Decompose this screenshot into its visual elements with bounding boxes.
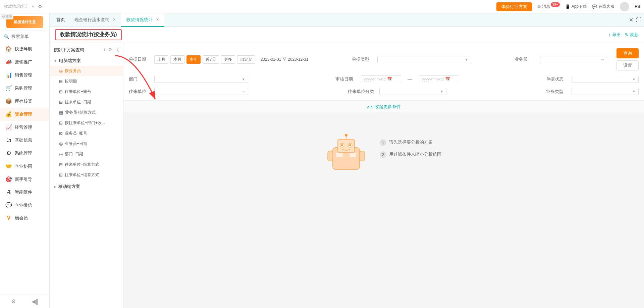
empty-tip-1: 1 请先选择要分析的方案: [380, 139, 441, 146]
app-download-icon: 📱: [565, 4, 570, 9]
sidebar-item-label: 资金管理: [15, 111, 32, 117]
sidebar-item-quick-nav[interactable]: 🏠 快捷导航: [0, 42, 49, 55]
trial-button[interactable]: 体验行业方案: [496, 2, 532, 11]
sidebar-item-search[interactable]: 🔍 搜索菜单: [0, 31, 49, 42]
sidebar-item-label: 营销推广: [15, 59, 32, 65]
scheme-item-partner-account[interactable]: ⊞ 往来单位+账号: [50, 87, 123, 97]
tab-receipt-stats[interactable]: 收款情况统计 ✕: [121, 13, 164, 27]
partner-date-icon: ⊞: [59, 100, 63, 105]
settings-button[interactable]: 设置: [616, 60, 639, 70]
scheme-item-salesman-date[interactable]: ◎ 业务员+日期: [50, 139, 123, 149]
date-recent7-btn[interactable]: 近7天: [203, 55, 219, 64]
review-date-from[interactable]: yyyy-mm-dd 📅: [361, 75, 401, 83]
sidebar-item-vip[interactable]: V 畅会员: [0, 212, 49, 224]
sidebar-item-marketing[interactable]: 📣 营销推广: [0, 55, 49, 68]
tip-text-1: 请先选择要分析的方案: [389, 139, 433, 145]
empty-tip-2: 2 用过滤条件来缩小分析范围: [380, 151, 441, 158]
add-scheme-icon[interactable]: +: [103, 47, 106, 53]
avatar[interactable]: [620, 2, 629, 11]
top-header: 收款情况统计 ▼ ⚙ 体验行业方案 ✉ 消息 99+ 📱 App下载 💬 在线客…: [0, 0, 644, 13]
refresh-icon: ↻: [625, 32, 629, 37]
sidebar-item-corp-collab[interactable]: 🤝 企业协同: [0, 160, 49, 173]
tab-maximize-icon[interactable]: ⛶: [636, 17, 641, 23]
scheme-collapse-icon[interactable]: 《: [114, 47, 119, 53]
date-prev-month-btn[interactable]: 上月: [154, 55, 168, 64]
scheme-group-desktop-title[interactable]: ▼ 电脑端方案: [50, 56, 123, 66]
date-custom-btn[interactable]: 自定义: [237, 55, 255, 64]
scheme-item-partner-dept-receipt[interactable]: ⊞ 按往来单位+部门+收...: [50, 118, 123, 128]
sidebar-item-beginner[interactable]: 🎯 新手引导: [0, 173, 49, 186]
refresh-button[interactable]: ↻ 刷新: [625, 32, 639, 38]
sidebar-item-corp-wechat[interactable]: 💬 企业微信: [0, 199, 49, 212]
left-panel-header: 按以下方案查询 + ⚙ 《: [50, 47, 123, 56]
biz-type-label: 业务类型: [546, 89, 566, 95]
scheme-item-salesman-settlement[interactable]: ▦ 业务员+结算方式: [50, 107, 123, 118]
partner-category-select[interactable]: ▼: [379, 88, 446, 95]
sidebar-settings-btn[interactable]: ⚙: [11, 298, 16, 305]
app-download-action[interactable]: 📱 App下载: [565, 4, 587, 9]
dept-select[interactable]: ▼: [154, 76, 248, 83]
partner-select[interactable]: ···: [154, 88, 248, 95]
scheme-item-partner-settlement2[interactable]: ⊞ 往来单位+结算方式: [50, 170, 123, 180]
messages-badge: 99+: [551, 2, 560, 7]
scheme-label: 往来单位+结算方式: [65, 172, 99, 178]
scheme-label: 往来单位+账号: [65, 89, 91, 95]
salesman-select[interactable]: ···: [540, 56, 607, 63]
sidebar-item-smart-hw[interactable]: 🖨 智能硬件: [0, 186, 49, 199]
scheme-label: 按业务员: [65, 68, 81, 74]
messages-label: 消息: [542, 4, 550, 9]
scheme-settings-icon[interactable]: ⚙: [108, 47, 112, 53]
scheme-item-dept-date[interactable]: ◎ 部门+日期: [50, 149, 123, 159]
doc-status-select[interactable]: ▼: [572, 76, 639, 83]
tip-text-2: 用过滤条件来缩小分析范围: [389, 151, 441, 157]
partner-account-icon: ⊞: [59, 89, 63, 94]
svg-rect-12: [360, 151, 365, 161]
biz-type-select[interactable]: ▼: [572, 88, 639, 95]
sidebar-item-base-info[interactable]: 🗂 基础信息: [0, 134, 49, 147]
scheme-item-by-detail[interactable]: ⊞ 按明细: [50, 76, 123, 87]
empty-tips: 1 请先选择要分析的方案 2 用过滤条件来缩小分析范围: [380, 133, 441, 158]
sidebar-item-purchase[interactable]: 🛒 采购管理: [0, 82, 49, 95]
marketing-icon: 📣: [5, 59, 12, 65]
scheme-item-by-salesman[interactable]: ◎ 按业务员: [50, 66, 123, 76]
breadcrumb: 收款情况统计: [4, 4, 28, 9]
sidebar-item-system[interactable]: ⚙ 系统管理: [0, 147, 49, 160]
sidebar-item-finance[interactable]: 💰 资金管理: [0, 108, 49, 121]
query-button[interactable]: 查询: [616, 48, 639, 58]
messages-action[interactable]: ✉ 消息 99+: [537, 4, 560, 9]
tab-receipt-stats-label: 收款情况统计: [126, 17, 153, 23]
date-more-btn[interactable]: 更多: [221, 55, 235, 64]
review-date-to[interactable]: yyyy-mm-dd 📅: [419, 75, 459, 83]
tab-home[interactable]: 首页: [52, 13, 69, 27]
scheme-group-mobile-title[interactable]: ▶ 移动端方案: [50, 182, 123, 192]
scheme-item-partner-date[interactable]: ⊞ 往来单位+日期: [50, 97, 123, 107]
tab-close-all-icon[interactable]: ✕: [629, 17, 633, 23]
collapse-bar[interactable]: ∧∧ 收起更多条件: [123, 101, 644, 112]
gear-icon[interactable]: ⚙: [38, 4, 42, 9]
partner-category-label: 往来单位分类: [348, 89, 374, 95]
date-this-month-btn[interactable]: 本月: [170, 55, 184, 64]
sidebar-item-sales[interactable]: 📊 销售管理: [0, 68, 49, 82]
tab-bank-flow[interactable]: 现金银行流水查询 ✕: [69, 13, 121, 27]
sidebar-collapse-btn[interactable]: ◀‖: [32, 298, 38, 305]
partner-settlement2-icon: ⊞: [59, 172, 63, 177]
online-service-action[interactable]: 💬 在线客服: [592, 4, 614, 9]
scheme-item-salesman-account[interactable]: ⊠ 业务员+账号: [50, 128, 123, 139]
sidebar-item-operation[interactable]: 📈 经营管理: [0, 121, 49, 134]
doc-type-select[interactable]: ▼: [377, 56, 471, 63]
date-this-year-btn[interactable]: 本年: [186, 55, 201, 64]
sidebar-item-label: 库存核算: [15, 98, 32, 104]
smart-hw-icon: 🖨: [5, 189, 12, 195]
scheme-item-partner-settlement1[interactable]: ⊞ 往来单位+结算方式: [50, 159, 123, 170]
tab-receipt-stats-close[interactable]: ✕: [156, 17, 159, 22]
mobile-expand-icon: ▶: [54, 185, 56, 189]
tab-bank-flow-close[interactable]: ✕: [113, 17, 116, 22]
scheme-label: 部门+日期: [65, 151, 83, 157]
export-button[interactable]: ↑ 导出: [609, 32, 621, 38]
empty-robot: [326, 133, 366, 174]
filter-row-2: 部门 ▼ 审核日期 yyyy-mm-dd 📅 —: [129, 75, 639, 83]
sidebar-item-inventory[interactable]: 📦 库存核算: [0, 95, 49, 108]
collapse-label: 收起更多条件: [375, 104, 401, 110]
finance-icon: 💰: [5, 111, 12, 117]
date-from: 2023-01-01: [261, 57, 281, 62]
